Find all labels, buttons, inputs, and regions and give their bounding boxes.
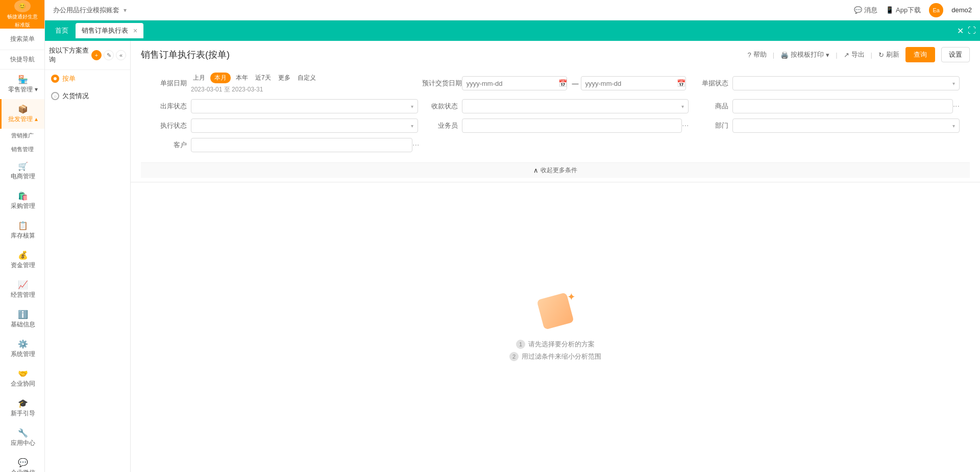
quick-nav-label[interactable]: 快捷导航 bbox=[0, 52, 44, 67]
tab-home-label: 首页 bbox=[55, 26, 68, 35]
tab-home[interactable]: 首页 bbox=[49, 23, 75, 38]
print-label: 按模板打印 bbox=[791, 50, 824, 59]
tab-close-icon[interactable]: × bbox=[133, 27, 137, 35]
department-group: 部门 ▾ bbox=[693, 119, 960, 133]
shortcut-7days[interactable]: 近7天 bbox=[253, 73, 273, 83]
sidebar-item-guide[interactable]: 🎓 新手引导 bbox=[0, 393, 44, 423]
goods-group: 商品 ··· bbox=[693, 99, 960, 113]
app-download-action[interactable]: 📱 App下载 bbox=[886, 6, 921, 15]
topbar-right: 💬 消息 📱 App下载 Ea demo2 bbox=[854, 3, 972, 17]
sidebar-item-basic-info[interactable]: ℹ️ 基础信息 bbox=[0, 304, 44, 334]
sidebar-item-wechat[interactable]: 💬 企业微信 bbox=[0, 453, 44, 472]
guide-icon: 🎓 bbox=[18, 398, 28, 408]
single-status-select[interactable]: ▾ bbox=[732, 76, 960, 90]
scheme-shortage-label: 欠货情况 bbox=[62, 91, 89, 101]
delivery-end-wrapper: 📅 bbox=[581, 76, 689, 90]
topbar-dropdown-icon[interactable]: ▾ bbox=[124, 7, 127, 14]
shortcut-this-year[interactable]: 本年 bbox=[234, 73, 250, 83]
filter-row-1: 单据日期 上月 本月 本年 近7天 更多 自定义 bbox=[151, 73, 960, 94]
logo-text: 畅捷通好生意 bbox=[7, 13, 38, 20]
delivery-start-input[interactable] bbox=[462, 76, 567, 90]
department-select[interactable]: ▾ bbox=[732, 119, 960, 133]
wholesale-label: 批发管理 ▴ bbox=[8, 115, 37, 124]
search-menu-label[interactable]: 搜索菜单 bbox=[3, 33, 41, 45]
sidebar-item-retail[interactable]: 🏪 零售管理 ▾ bbox=[0, 69, 44, 99]
salesperson-input[interactable] bbox=[462, 119, 682, 133]
out-status-chevron: ▾ bbox=[411, 104, 413, 109]
yingxiao-label: 营销推广 bbox=[11, 132, 34, 139]
help-button[interactable]: ? 帮助 bbox=[748, 50, 767, 59]
refresh-button[interactable]: ↻ 刷新 bbox=[878, 50, 899, 59]
tab-fullscreen-icon[interactable]: ⛶ bbox=[968, 26, 976, 36]
goods-label: 商品 bbox=[693, 102, 728, 111]
shortcut-last-month[interactable]: 上月 bbox=[191, 73, 207, 83]
collapse-label: 收起更多条件 bbox=[541, 166, 577, 175]
sidebar-nav[interactable]: 快捷导航 bbox=[0, 50, 44, 69]
inventory-icon: 📋 bbox=[18, 221, 28, 230]
collapse-bar[interactable]: ∧ 收起更多条件 bbox=[141, 162, 970, 178]
sidebar-item-wholesale[interactable]: 📦 批发管理 ▴ bbox=[0, 99, 44, 129]
topbar-left: 办公用品行业模拟账套 ▾ bbox=[53, 6, 127, 15]
purchase-icon: 🛍️ bbox=[18, 191, 28, 201]
salesperson-more-icon[interactable]: ··· bbox=[682, 121, 689, 130]
delivery-date-range: 📅 — 📅 bbox=[462, 76, 689, 90]
sidebar-item-app-center[interactable]: 🔧 应用中心 bbox=[0, 423, 44, 453]
single-status-group: 单据状态 ▾ bbox=[693, 76, 960, 90]
settings-button[interactable]: 设置 bbox=[941, 47, 970, 62]
sidebar-item-ecommerce[interactable]: 🛒 电商管理 bbox=[0, 156, 44, 186]
delivery-end-input[interactable] bbox=[581, 76, 686, 90]
divider-2: | bbox=[836, 51, 837, 59]
cal-start-icon: 📅 bbox=[558, 79, 567, 87]
receipt-status-select[interactable]: ▾ bbox=[462, 99, 689, 113]
search-button[interactable]: 查询 bbox=[905, 47, 935, 62]
customer-input[interactable] bbox=[191, 138, 412, 152]
sidebar-item-system[interactable]: ⚙️ 系统管理 bbox=[0, 334, 44, 364]
page-header-top: 销售订单执行表(按单) ? 帮助 | 🖨️ 按模板打印 ▾ bbox=[141, 47, 970, 62]
filter-panel-header: 按以下方案查询 + ✎ « bbox=[45, 41, 130, 70]
out-status-label: 出库状态 bbox=[151, 102, 187, 111]
sidebar-item-purchase[interactable]: 🛍️ 采购管理 bbox=[0, 186, 44, 216]
add-scheme-button[interactable]: + bbox=[91, 50, 102, 60]
single-date-label: 单据日期 bbox=[151, 79, 187, 88]
scheme-item-by-order[interactable]: 按单 bbox=[45, 70, 130, 87]
main-area: 办公用品行业模拟账套 ▾ 💬 消息 📱 App下载 Ea demo2 首页 销售… bbox=[45, 0, 980, 472]
sidebar-item-inventory[interactable]: 📋 库存核算 bbox=[0, 216, 44, 245]
tab-sales-order[interactable]: 销售订单执行表 × bbox=[76, 23, 143, 38]
scheme-by-order-label: 按单 bbox=[62, 74, 76, 83]
scheme-link-dot: ○ bbox=[51, 92, 59, 100]
sidebar-search[interactable]: 搜索菜单 bbox=[0, 29, 44, 50]
export-button[interactable]: ↗ 导出 bbox=[844, 50, 865, 59]
topbar: 办公用品行业模拟账套 ▾ 💬 消息 📱 App下载 Ea demo2 bbox=[45, 0, 980, 20]
shortcut-custom[interactable]: 自定义 bbox=[296, 73, 318, 83]
sidebar-item-finance[interactable]: 💰 资金管理 bbox=[0, 245, 44, 275]
inventory-label: 库存核算 bbox=[11, 231, 35, 240]
message-label: 消息 bbox=[864, 6, 877, 15]
print-button[interactable]: 🖨️ 按模板打印 ▾ bbox=[780, 50, 829, 59]
receipt-status-chevron: ▾ bbox=[681, 104, 684, 109]
wechat-icon: 💬 bbox=[18, 458, 28, 467]
shortcut-more[interactable]: 更多 bbox=[276, 73, 292, 83]
tab-minimize-icon[interactable]: ✕ bbox=[957, 26, 964, 36]
user-name[interactable]: demo2 bbox=[951, 6, 972, 14]
sidebar-item-operations[interactable]: 📈 经营管理 bbox=[0, 275, 44, 304]
receipt-status-label: 收款状态 bbox=[422, 102, 458, 111]
empty-icon: ✦ bbox=[535, 291, 576, 332]
sidebar-sub-yingxiao[interactable]: 营销推广 bbox=[0, 129, 44, 143]
receipt-status-group: 收款状态 ▾ bbox=[422, 99, 689, 113]
edit-scheme-button[interactable]: ✎ bbox=[104, 50, 114, 60]
out-status-select[interactable]: ▾ bbox=[191, 99, 418, 113]
message-action[interactable]: 💬 消息 bbox=[854, 6, 877, 15]
page: 按以下方案查询 + ✎ « 按单 ○ 欠货情况 bbox=[45, 41, 980, 472]
shortcut-this-month[interactable]: 本月 bbox=[210, 73, 231, 83]
goods-input[interactable] bbox=[732, 99, 952, 113]
message-icon: 💬 bbox=[854, 6, 862, 14]
sidebar-item-cooperation[interactable]: 🤝 企业协同 bbox=[0, 364, 44, 393]
scheme-item-shortage[interactable]: ○ 欠货情况 bbox=[45, 87, 130, 105]
exec-status-select[interactable]: ▾ bbox=[191, 119, 418, 133]
user-avatar[interactable]: Ea bbox=[929, 3, 943, 17]
cooperation-label: 企业协同 bbox=[11, 380, 35, 388]
sidebar-sub-xiaoshou[interactable]: 销售管理 bbox=[0, 143, 44, 156]
collapse-panel-button[interactable]: « bbox=[116, 50, 126, 60]
customer-more-icon[interactable]: ··· bbox=[412, 140, 419, 150]
goods-more-icon[interactable]: ··· bbox=[953, 102, 960, 111]
